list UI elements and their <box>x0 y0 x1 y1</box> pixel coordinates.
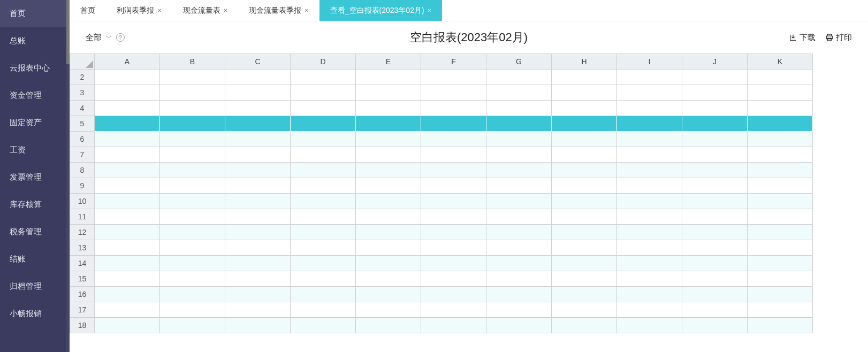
column-header[interactable]: J <box>682 54 748 70</box>
cell[interactable] <box>291 209 356 225</box>
cell[interactable] <box>160 147 225 163</box>
cell[interactable] <box>291 271 356 287</box>
cell[interactable] <box>225 302 291 318</box>
cell[interactable] <box>421 194 486 209</box>
row-header[interactable]: 9 <box>70 178 95 194</box>
cell[interactable] <box>617 240 682 256</box>
cell[interactable] <box>160 209 225 225</box>
cell[interactable] <box>356 178 421 194</box>
cell[interactable] <box>421 132 486 147</box>
cell[interactable] <box>552 287 617 302</box>
cell[interactable] <box>160 194 225 209</box>
cell[interactable] <box>225 240 291 256</box>
sheet-corner[interactable] <box>70 54 95 70</box>
cell[interactable] <box>160 240 225 256</box>
cell[interactable] <box>356 85 421 101</box>
cell[interactable] <box>225 85 291 101</box>
cell[interactable] <box>486 209 552 225</box>
cell[interactable] <box>95 302 160 318</box>
cell[interactable] <box>160 116 225 132</box>
column-header[interactable]: E <box>356 54 421 70</box>
tab-cashflow-q[interactable]: 现金流量表季报 × <box>238 0 319 21</box>
cell[interactable] <box>617 256 682 271</box>
cell[interactable] <box>291 70 356 85</box>
cell[interactable] <box>356 209 421 225</box>
cell[interactable] <box>552 163 617 178</box>
close-icon[interactable]: × <box>224 6 228 14</box>
cell[interactable] <box>421 178 486 194</box>
cell[interactable] <box>748 194 813 209</box>
cell[interactable] <box>225 194 291 209</box>
cell[interactable] <box>486 271 552 287</box>
cell[interactable] <box>95 209 160 225</box>
cell[interactable] <box>421 209 486 225</box>
cell[interactable] <box>682 116 748 132</box>
column-header[interactable]: C <box>225 54 291 70</box>
help-icon[interactable]: ? <box>116 33 125 42</box>
cell[interactable] <box>617 132 682 147</box>
cell[interactable] <box>225 225 291 240</box>
cell[interactable] <box>552 194 617 209</box>
tab-cashflow[interactable]: 现金流量表 × <box>172 0 239 21</box>
column-header[interactable]: A <box>95 54 160 70</box>
cell[interactable] <box>356 287 421 302</box>
cell[interactable] <box>682 256 748 271</box>
cell[interactable] <box>617 225 682 240</box>
cell[interactable] <box>160 225 225 240</box>
cell[interactable] <box>617 178 682 194</box>
cell[interactable] <box>421 147 486 163</box>
cell[interactable] <box>552 256 617 271</box>
cell[interactable] <box>225 287 291 302</box>
cell[interactable] <box>552 225 617 240</box>
cell[interactable] <box>291 240 356 256</box>
cell[interactable] <box>356 132 421 147</box>
cell[interactable] <box>748 85 813 101</box>
cell[interactable] <box>552 70 617 85</box>
cell[interactable] <box>356 302 421 318</box>
cell[interactable] <box>552 318 617 333</box>
cell[interactable] <box>617 318 682 333</box>
cell[interactable] <box>617 116 682 132</box>
chevron-down-icon[interactable]: ﹀ <box>106 34 112 42</box>
row-header[interactable]: 2 <box>70 70 95 85</box>
cell[interactable] <box>486 287 552 302</box>
close-icon[interactable]: × <box>157 6 162 14</box>
column-header[interactable]: I <box>617 54 682 70</box>
cell[interactable] <box>748 70 813 85</box>
row-header[interactable]: 13 <box>70 240 95 256</box>
cell[interactable] <box>748 147 813 163</box>
sidebar-item-salary[interactable]: 工资 <box>0 136 70 164</box>
cell[interactable] <box>682 132 748 147</box>
cell[interactable] <box>748 178 813 194</box>
cell[interactable] <box>748 116 813 132</box>
cell[interactable] <box>617 194 682 209</box>
cell[interactable] <box>356 240 421 256</box>
row-header[interactable]: 15 <box>70 271 95 287</box>
sidebar-item-tax[interactable]: 税务管理 <box>0 218 70 246</box>
cell[interactable] <box>160 132 225 147</box>
sidebar-item-ledger[interactable]: 总账 <box>0 27 70 55</box>
cell[interactable] <box>95 101 160 116</box>
cell[interactable] <box>160 178 225 194</box>
cell[interactable] <box>421 101 486 116</box>
cell[interactable] <box>291 256 356 271</box>
cell[interactable] <box>421 163 486 178</box>
row-header[interactable]: 4 <box>70 101 95 116</box>
cell[interactable] <box>682 70 748 85</box>
cell[interactable] <box>95 163 160 178</box>
cell[interactable] <box>748 287 813 302</box>
cell[interactable] <box>225 163 291 178</box>
cell[interactable] <box>95 318 160 333</box>
cell[interactable] <box>356 116 421 132</box>
cell[interactable] <box>95 178 160 194</box>
cell[interactable] <box>748 240 813 256</box>
cell[interactable] <box>682 209 748 225</box>
cell[interactable] <box>617 70 682 85</box>
cell[interactable] <box>95 287 160 302</box>
cell[interactable] <box>552 209 617 225</box>
row-header[interactable]: 7 <box>70 147 95 163</box>
cell[interactable] <box>356 318 421 333</box>
cell[interactable] <box>356 101 421 116</box>
column-header[interactable]: D <box>291 54 356 70</box>
cell[interactable] <box>95 132 160 147</box>
